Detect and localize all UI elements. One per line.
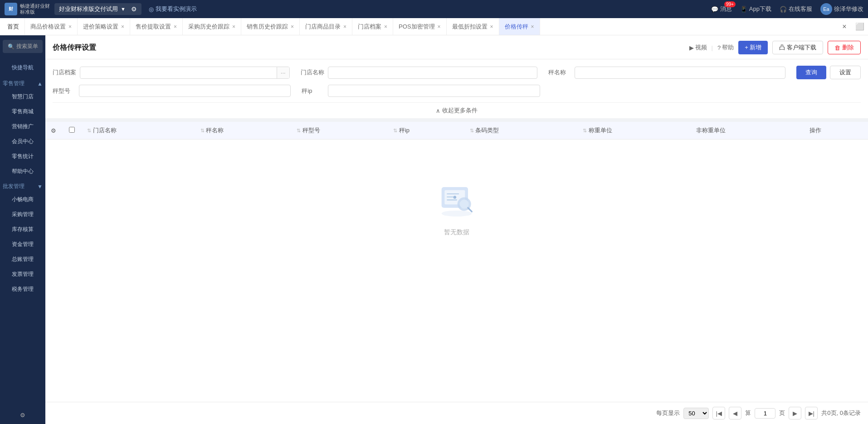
scale-name-input[interactable]: [575, 67, 785, 79]
tab-pos-mgmt[interactable]: POS加密管理 ×: [393, 18, 446, 35]
sort-icon: ⇅: [200, 128, 205, 133]
tab-purchase-history[interactable]: 采购历史价跟踪 ×: [183, 18, 241, 35]
sidebar-item-retail-mgmt[interactable]: 零售管理 ▲: [0, 76, 45, 89]
select-all-checkbox[interactable]: [69, 127, 75, 133]
sort-icon: ⇅: [583, 128, 587, 133]
sidebar-item-quicknav[interactable]: 快捷导航: [0, 59, 45, 76]
restore-tab-btn[interactable]: ⬜: [853, 20, 866, 33]
pagination-bar: 每页显示 50 10 20 100 |◀ ◀ 算 页 ▶ ▶| 共0页, 0条记…: [45, 402, 868, 424]
tab-close-icon[interactable]: ×: [490, 24, 493, 30]
chevron-down-icon: ▼: [37, 183, 43, 190]
add-button[interactable]: + 新增: [738, 41, 768, 54]
demo-link[interactable]: ◎ 我要看实例演示: [149, 5, 197, 13]
sidebar-item-smart-store[interactable]: 智慧门店: [0, 89, 45, 104]
sidebar-item-wholesale-mgmt[interactable]: 批发管理 ▼: [0, 179, 45, 192]
sidebar-item-inventory[interactable]: 库存核算: [0, 222, 45, 237]
tab-selling-extract[interactable]: 售价提取设置 ×: [130, 18, 183, 35]
tab-store-catalog[interactable]: 门店商品目录 ×: [300, 18, 352, 35]
sidebar-item-marketing[interactable]: 营销推广: [0, 119, 45, 134]
sort-icon: ⇅: [297, 128, 301, 133]
tab-close-icon[interactable]: ×: [531, 24, 534, 30]
prev-page-button[interactable]: ◀: [729, 407, 741, 419]
page-suffix-label: 页: [779, 409, 785, 417]
message-button[interactable]: 💬 消息 99+: [711, 5, 732, 13]
query-set-buttons: 查询 设置: [796, 66, 861, 79]
tab-store-file[interactable]: 门店档案 ×: [352, 18, 393, 35]
settings-icon[interactable]: ⚙: [131, 5, 137, 13]
tab-close-icon[interactable]: ×: [384, 24, 387, 30]
sidebar-item-invoice[interactable]: 发票管理: [0, 267, 45, 282]
next-page-button[interactable]: ▶: [789, 407, 801, 419]
help-link[interactable]: ? 帮助: [717, 43, 734, 52]
tab-close-icon[interactable]: ×: [438, 24, 441, 30]
tab-close-icon[interactable]: ×: [174, 24, 177, 30]
scale-name-label: 秤名称: [548, 68, 571, 77]
filter-store-name: 门店名称: [301, 67, 538, 79]
page-header: 价格传秤设置 ▶ 视频 | ? 帮助 + 新增 凸 客户端下载 🗑: [45, 35, 868, 59]
th-settings[interactable]: ⚙: [45, 122, 63, 140]
video-icon: ▶: [689, 44, 694, 51]
first-page-button[interactable]: |◀: [712, 407, 725, 419]
close-tab-btn[interactable]: ×: [838, 20, 851, 33]
tab-price-scale[interactable]: 价格传秤 ×: [499, 18, 540, 35]
per-page-select[interactable]: 50 10 20 100: [683, 408, 709, 419]
logo-icon: 财: [5, 3, 17, 15]
tab-sales-history[interactable]: 销售历史价跟踪 ×: [241, 18, 300, 35]
search-menu-button[interactable]: 🔍 搜索菜单: [3, 40, 43, 53]
sidebar-item-retail-mall[interactable]: 零售商城: [0, 104, 45, 119]
sidebar-item-general-ledger[interactable]: 总账管理: [0, 252, 45, 267]
user-menu[interactable]: Ea 徐泽华修改: [820, 3, 863, 15]
query-button[interactable]: 查询: [796, 66, 826, 79]
circle-icon: ◎: [149, 6, 154, 13]
main-layout: 🔍 搜索菜单 快捷导航 零售管理 ▲ 智慧门店 零售商城 营销推广 会员中心 零…: [0, 35, 868, 424]
tab-close-icon[interactable]: ×: [343, 24, 346, 30]
divider: |: [712, 44, 713, 51]
empty-text: 暂无数据: [444, 228, 469, 236]
message-badge: 99+: [724, 1, 736, 7]
per-page-label: 每页显示: [656, 409, 680, 417]
headset-icon: 🎧: [780, 6, 787, 13]
page-header-actions: ▶ 视频 | ? 帮助 + 新增 凸 客户端下载 🗑 删除: [689, 41, 861, 54]
app-download-button[interactable]: 📱 App下载: [740, 5, 771, 13]
scale-model-input[interactable]: [79, 85, 291, 97]
sidebar-item-member-center[interactable]: 会员中心: [0, 134, 45, 149]
delete-button[interactable]: 🗑 删除: [828, 41, 861, 54]
tab-min-discount[interactable]: 最低折扣设置 ×: [447, 18, 499, 35]
sidebar-item-retail-stats[interactable]: 零售统计: [0, 149, 45, 164]
sidebar-item-help-center[interactable]: 帮助中心: [0, 164, 45, 179]
tab-close-icon[interactable]: ×: [232, 24, 235, 30]
page-label: 算: [745, 409, 751, 417]
set-button[interactable]: 设置: [830, 66, 861, 79]
table-container: ⚙ ⇅ 门店名称 ⇅ 秤名称 ⇅ 秤型号 ⇅ 秤ip ⇅ 条码类型 ⇅ 称重单位…: [45, 122, 868, 402]
sidebar-item-finance[interactable]: 资金管理: [0, 237, 45, 252]
version-selector[interactable]: 好业财标准版交付试用 ▼ ⚙: [54, 3, 141, 15]
last-page-button[interactable]: ▶|: [805, 407, 818, 419]
sidebar-settings-button[interactable]: ⚙: [0, 406, 45, 424]
th-store-name: ⇅ 门店名称: [82, 122, 195, 140]
table-header: ⚙ ⇅ 门店名称 ⇅ 秤名称 ⇅ 秤型号 ⇅ 秤ip ⇅ 条码类型 ⇅ 称重单位…: [45, 122, 868, 140]
scale-ip-input[interactable]: [328, 85, 540, 97]
sidebar-item-purchase-mgmt[interactable]: 采购管理: [0, 207, 45, 222]
tab-purchase-strategy[interactable]: 进价策略设置 ×: [78, 18, 130, 35]
sort-icon: ⇅: [87, 128, 91, 133]
sidebar-item-ecommerce[interactable]: 小畅电商: [0, 192, 45, 207]
filter-area: 门店档案 ··· 门店名称 秤名称 查询 设置: [45, 59, 868, 118]
page-input[interactable]: [755, 408, 775, 419]
message-icon: 💬: [711, 6, 718, 13]
top-bar: 财 畅捷通好业财 标准版 好业财标准版交付试用 ▼ ⚙ ◎ 我要看实例演示 💬 …: [0, 0, 868, 18]
video-link[interactable]: ▶ 视频: [689, 43, 707, 52]
collapse-button[interactable]: ∧ 收起更多条件: [53, 102, 861, 118]
tab-close-icon[interactable]: ×: [121, 24, 124, 30]
tab-close-icon[interactable]: ×: [291, 24, 294, 30]
store-file-input[interactable]: [80, 67, 277, 78]
tab-product-price[interactable]: 商品价格设置 ×: [25, 18, 78, 35]
total-info: 共0页, 0条记录: [821, 409, 861, 417]
store-file-picker-button[interactable]: ···: [277, 67, 289, 78]
tab-home[interactable]: 首页: [2, 18, 25, 35]
client-download-button[interactable]: 凸 客户端下载: [772, 41, 823, 54]
tab-close-icon[interactable]: ×: [68, 24, 72, 30]
sidebar-item-tax[interactable]: 税务管理: [0, 282, 45, 297]
th-scale-ip: ⇅ 秤ip: [388, 122, 464, 140]
store-name-input[interactable]: [328, 67, 538, 79]
online-service-button[interactable]: 🎧 在线客服: [780, 5, 812, 13]
